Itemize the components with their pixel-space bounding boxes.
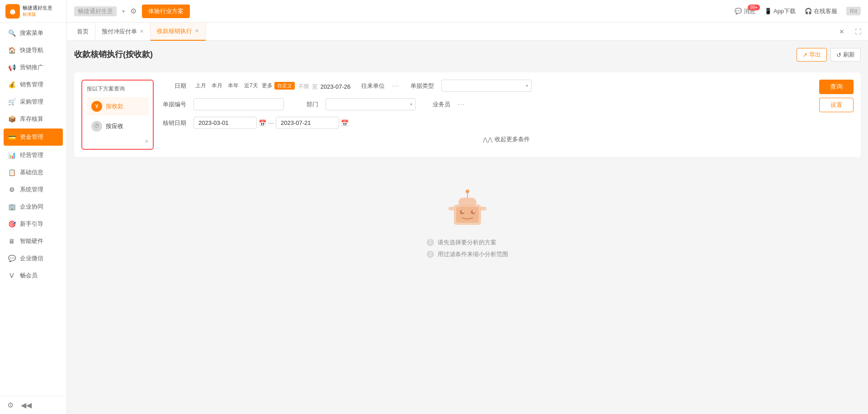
enterprise-icon: 🏢 [7, 203, 16, 210]
chevron-up-icon: ⋀⋀ [483, 136, 493, 143]
industry-solution-button[interactable]: 体验行业方案 [142, 5, 190, 18]
user-avatar[interactable]: Rit [846, 7, 861, 15]
collapse-more-btn[interactable]: ⋀⋀ 收起更多条件 [159, 135, 854, 143]
sidebar-item-operation[interactable]: 📊 经营管理 [0, 147, 66, 164]
doctype-select-wrap: ▾ [441, 80, 532, 92]
docnumber-label: 单据编号 [159, 100, 186, 109]
date-label: 日期 [159, 82, 186, 90]
sidebar-item-label: 销售管理 [20, 81, 43, 89]
counterparty-dots[interactable]: ··· [392, 82, 399, 90]
sidebar-item-capital[interactable]: 💳 资金管理 [4, 128, 63, 146]
sidebar-footer: ⚙ ◀◀ [0, 396, 66, 414]
operation-icon: 📊 [7, 152, 16, 159]
hint-text-2: 用过滤条件来缩小分析范围 [438, 248, 508, 260]
date-more-btn[interactable]: 更多 [262, 82, 273, 90]
setting-button[interactable]: 设置 [819, 98, 854, 112]
department-label: 部门 [291, 100, 318, 109]
sidebar-item-hardware[interactable]: 🖥 智能硬件 [0, 233, 66, 250]
purchase-icon: 🛒 [7, 98, 16, 105]
refresh-button[interactable]: ↺ 刷新 [830, 48, 861, 62]
tab-receipt-reconcile[interactable]: 收款核销执行 ✕ [151, 23, 206, 41]
sidebar-item-label: 经营管理 [20, 151, 43, 159]
online-service-button[interactable]: 🎧 在线客服 [805, 7, 837, 15]
filter-option-by-receipt[interactable]: ¥ 按收款 [87, 97, 148, 115]
header-brand: 畅捷通好生意 [74, 6, 117, 16]
date-this-year-btn[interactable]: 本年 [226, 81, 241, 90]
sidebar-item-search-menu[interactable]: 🔍 搜索菜单 [0, 24, 66, 42]
staff-label: 业务员 [423, 100, 450, 109]
guide-icon: 🎯 [7, 220, 16, 228]
sidebar-item-label: 企业微信 [20, 254, 43, 262]
svg-point-6 [460, 210, 464, 214]
logo-icon [5, 4, 20, 19]
empty-hints: 1 请先选择要分析的方案 2 用过滤条件来缩小分析范围 [427, 237, 508, 260]
sidebar-collapse-icon[interactable]: ◀◀ [21, 401, 32, 409]
sidebar-item-marketing[interactable]: 📢 营销推广 [0, 59, 66, 76]
reconcile-end-input[interactable] [276, 117, 339, 129]
date-value: 2023-07-26 [321, 83, 351, 90]
sidebar-item-sales[interactable]: 💰 销售管理 [0, 76, 66, 93]
refresh-icon: ↺ [836, 52, 841, 58]
empty-state: 1 请先选择要分析的方案 2 用过滤条件来缩小分析范围 [74, 157, 861, 287]
department-select-wrap: ▾ [326, 98, 416, 110]
filter-rows: 日期 上月 本月 本年 近7天 更多 自定义 [159, 80, 812, 129]
chevron-down-icon[interactable]: ▾ [122, 8, 125, 14]
phone-icon: 📱 [764, 8, 772, 14]
sidebar-item-inventory[interactable]: 📦 库存核算 [0, 110, 66, 128]
doctype-label: 单据类型 [407, 82, 434, 90]
sidebar-item-guide[interactable]: 🎯 新手引导 [0, 215, 66, 233]
export-button[interactable]: ↗ 导出 [797, 48, 827, 62]
filter-row-1: 日期 上月 本月 本年 近7天 更多 自定义 [159, 80, 812, 92]
app-download-button[interactable]: 📱 App下载 [764, 7, 796, 15]
reconcile-date-range: 📅 — 📅 [193, 117, 349, 129]
sidebar-item-basic[interactable]: 📋 基础信息 [0, 164, 66, 181]
hint-num-2: 2 [427, 251, 434, 258]
sidebar-item-quick-nav[interactable]: 🏠 快捷导航 [0, 42, 66, 59]
svg-point-7 [471, 210, 475, 214]
calendar-start-icon[interactable]: 📅 [259, 119, 266, 127]
tab-expand-icon[interactable]: ⛶ [852, 25, 864, 38]
department-select[interactable] [326, 98, 416, 110]
tab-close-icon[interactable]: ✕ [195, 28, 199, 34]
date-custom-badge[interactable]: 自定义 [274, 82, 295, 90]
filter-option-by-receivable[interactable]: ⏱ 按应收 [87, 117, 148, 135]
tab-receipt-label: 收款核销执行 [157, 27, 192, 35]
filter-row-3: 核销日期 📅 — 📅 [159, 117, 812, 129]
member-icon: V [7, 272, 16, 279]
message-button[interactable]: 💬 消息 99+ [735, 7, 755, 15]
app-label: App下载 [774, 7, 796, 15]
docnumber-input[interactable] [193, 98, 284, 110]
sidebar-item-member[interactable]: V 畅会员 [0, 267, 66, 284]
content-area: 收款核销执行(按收款) ↗ 导出 ↺ 刷新 按以下方案查询 ¥ 按收款 [67, 41, 868, 414]
date-last-month-btn[interactable]: 上月 [193, 81, 208, 90]
sidebar-item-wechat[interactable]: 💬 企业微信 [0, 250, 66, 267]
tab-bar: 首页 预付冲应付单 ✕ 收款核销执行 ✕ ✕ ⛶ [67, 23, 868, 41]
tab-close-all-icon[interactable]: ✕ [835, 25, 848, 38]
tab-home[interactable]: 首页 [71, 23, 95, 41]
calendar-end-icon[interactable]: 📅 [341, 119, 349, 127]
sidebar-item-system[interactable]: ⚙ 系统管理 [0, 181, 66, 198]
top-header: 畅捷通好生意 ▾ ⚙ 体验行业方案 💬 消息 99+ 📱 App下载 🎧 在线客… [67, 0, 868, 23]
svg-rect-14 [480, 207, 486, 210]
receipt-scheme-icon: ¥ [91, 101, 102, 112]
header-gear-icon[interactable]: ⚙ [130, 7, 137, 15]
date-quick-buttons: 上月 本月 本年 近7天 更多 自定义 [193, 81, 295, 90]
tab-close-icon[interactable]: ✕ [140, 29, 144, 34]
counterparty-label: 往来单位 [358, 82, 385, 90]
filter-collapse-icon[interactable]: » [87, 137, 148, 144]
tab-prepay-reconcile[interactable]: 预付冲应付单 ✕ [95, 23, 151, 41]
filter-row-2: 单据编号 部门 ▾ 业务员 ··· [159, 98, 812, 110]
sidebar-item-purchase[interactable]: 🛒 采购管理 [0, 93, 66, 110]
settings-icon[interactable]: ⚙ [7, 401, 14, 409]
query-button[interactable]: 查询 [819, 80, 854, 94]
capital-icon: 💳 [7, 133, 16, 141]
filter-scheme-title: 按以下方案查询 [87, 85, 148, 93]
service-label: 在线客服 [814, 7, 837, 15]
date-this-month-btn[interactable]: 本月 [210, 81, 224, 90]
svg-point-12 [466, 190, 469, 193]
doctype-select[interactable] [441, 80, 532, 92]
reconcile-start-input[interactable] [193, 117, 257, 129]
staff-dots[interactable]: ··· [458, 100, 465, 109]
date-7days-btn[interactable]: 近7天 [242, 81, 260, 90]
sidebar-item-enterprise[interactable]: 🏢 企业协同 [0, 198, 66, 215]
